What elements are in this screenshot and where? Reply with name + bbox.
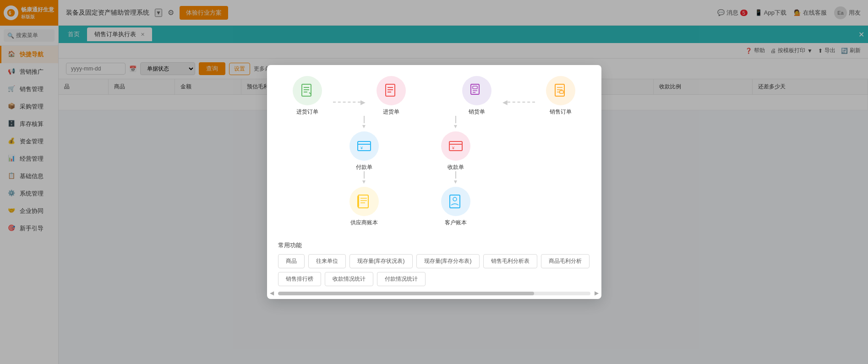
svg-rect-11 xyxy=(473,86,477,89)
flow-node-purchase-order[interactable]: 进货订单 xyxy=(282,76,333,116)
purchase-bill-label: 进货单 xyxy=(383,108,399,116)
customer-ledger-circle xyxy=(441,187,470,216)
purchase-order-label: 进货订单 xyxy=(296,108,318,116)
payment-bill-circle: ¥ xyxy=(349,131,379,161)
modal-overlay[interactable]: 进货订单 ▶ 进货单 xyxy=(0,0,868,364)
dialog-scrollbar[interactable] xyxy=(278,292,590,295)
func-buttons-row2: 销售排行榜 收款情况统计 付款情况统计 xyxy=(278,272,590,286)
sale-bill-circle xyxy=(462,76,491,105)
func-btn-receipt-stat[interactable]: 收款情况统计 xyxy=(325,272,373,286)
common-func-section: 常用功能 商品 往来单位 现存量(库存状况表) 现存量(库存分布表) 销售毛利分… xyxy=(267,241,601,286)
scrollbar-right-arrow[interactable]: ▶ xyxy=(595,290,599,296)
svg-rect-26 xyxy=(357,196,359,207)
arrow-sale-order-to-sale-bill: ◀ xyxy=(502,98,535,106)
flow-node-purchase-bill[interactable]: 进货单 xyxy=(366,76,417,116)
scrollbar-thumb xyxy=(278,292,534,295)
dialog-content: 进货订单 ▶ 进货单 xyxy=(267,65,601,234)
flow-dialog: 进货订单 ▶ 进货单 xyxy=(267,65,601,299)
customer-ledger-col: ▼ 客户账本 xyxy=(428,171,483,227)
svg-text:¥: ¥ xyxy=(452,146,455,150)
func-btn-product-profit[interactable]: 商品毛利分析 xyxy=(541,254,590,268)
common-func-title: 常用功能 xyxy=(278,241,590,250)
func-btn-partner[interactable]: 往来单位 xyxy=(308,254,346,268)
func-buttons-row1: 商品 往来单位 现存量(库存状况表) 现存量(库存分布表) 销售毛利分析表 商品… xyxy=(278,254,590,268)
func-btn-stock-status[interactable]: 现存量(库存状况表) xyxy=(349,254,413,268)
sale-order-label: 销售订单 xyxy=(550,108,572,116)
svg-rect-18 xyxy=(560,91,563,93)
arrow-sale-bill-down: ▼ ¥ 收款单 xyxy=(428,116,483,171)
func-btn-stock-dist[interactable]: 现存量(库存分布表) xyxy=(416,254,480,268)
svg-rect-25 xyxy=(358,195,368,208)
payment-bill-label: 付款单 xyxy=(356,163,372,171)
svg-text:¥: ¥ xyxy=(360,146,363,150)
purchase-bill-circle xyxy=(377,76,406,105)
dialog-scrollbar-container: ◀ ▶ xyxy=(278,292,590,295)
func-btn-sales-rank[interactable]: 销售排行榜 xyxy=(278,272,321,286)
svg-point-31 xyxy=(453,197,457,201)
svg-rect-19 xyxy=(358,141,371,151)
sale-order-circle xyxy=(546,76,575,105)
svg-rect-14 xyxy=(555,84,564,96)
func-btn-payment-stat[interactable]: 付款情况统计 xyxy=(377,272,426,286)
scrollbar-left-arrow[interactable]: ◀ xyxy=(270,290,274,296)
supplier-ledger-label: 供应商账本 xyxy=(350,219,378,227)
supplier-ledger-circle xyxy=(349,187,379,216)
flow-node-sale-order[interactable]: 销售订单 xyxy=(535,76,586,116)
sale-bill-label: 销货单 xyxy=(469,108,485,116)
svg-rect-22 xyxy=(449,141,462,151)
arrow-purchase-order-to-purchase: ▶ xyxy=(333,98,366,106)
func-btn-sales-profit[interactable]: 销售毛利分析表 xyxy=(483,254,537,268)
supplier-ledger-col: ▼ 供应商账本 xyxy=(337,171,392,227)
arrow-purchase-bill-down: ▼ ¥ 付款单 xyxy=(337,116,392,171)
receipt-bill-label: 收款单 xyxy=(448,163,464,171)
func-btn-product[interactable]: 商品 xyxy=(278,254,305,268)
customer-ledger-label: 客户账本 xyxy=(445,219,467,227)
receipt-bill-circle: ¥ xyxy=(441,131,470,161)
svg-rect-30 xyxy=(450,195,460,208)
purchase-order-circle xyxy=(293,76,322,105)
flow-node-sale-bill[interactable]: 销货单 xyxy=(451,76,502,116)
